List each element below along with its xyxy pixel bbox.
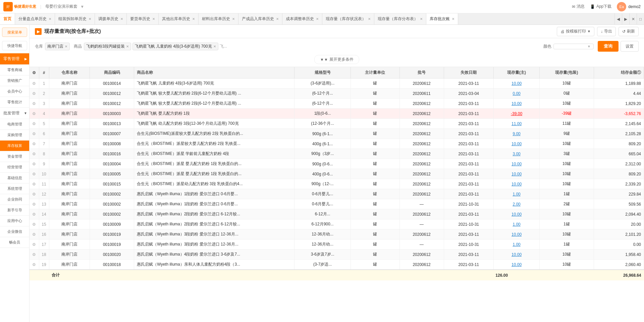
col-gear[interactable]: ⚙ <box>30 67 39 78</box>
sidebar-item-ecommerce[interactable]: 电商管理 <box>0 119 29 130</box>
cell-gear-1[interactable]: ⚙ <box>30 89 39 99</box>
print-btn[interactable]: 🖨 按模板打印 ▼ <box>557 27 594 36</box>
sidebar-item-purchase[interactable]: 采购管理 <box>0 130 29 141</box>
tab-nav-next[interactable]: ▶ <box>622 13 629 25</box>
cell-qty-main-4[interactable]: 11.00 <box>493 119 539 129</box>
tab-tiao_bo-close[interactable]: ✕ <box>120 17 123 21</box>
tab-yao_huo[interactable]: 要货单历史 ✕ <box>127 13 159 25</box>
cell-qty-main-15[interactable]: 10.00 <box>493 229 539 239</box>
color-input[interactable]: ▼ <box>553 44 594 49</box>
product-tag-1[interactable]: 飞鹤星飞帆 儿童奶粉 4段(3-6岁适用) 700克 ✕ <box>132 43 218 50</box>
sidebar-item-system[interactable]: 系统管理 <box>0 183 29 194</box>
cell-qty-main-9[interactable]: 10.00 <box>493 169 539 179</box>
cell-gear-17[interactable]: ⚙ <box>30 250 39 260</box>
sidebar-item-appcenter[interactable]: 应用中心 <box>0 216 29 226</box>
cell-gear-9[interactable]: ⚙ <box>30 169 39 179</box>
cell-qty-main-7[interactable]: 3.00 <box>493 149 539 159</box>
cell-gear-16[interactable]: ⚙ <box>30 239 39 250</box>
tab-nav-close[interactable]: ✕ <box>629 13 637 25</box>
cell-gear-14[interactable]: ⚙ <box>30 219 39 229</box>
tab-mat_out-close[interactable]: ✕ <box>232 17 235 21</box>
expand-conditions-btn[interactable]: ▼▼ 展开更多条件 <box>314 55 359 64</box>
cell-gear-12[interactable]: ⚙ <box>30 199 39 209</box>
tab-fen_pan[interactable]: 分量盘点单历史 ✕ <box>15 13 55 25</box>
cell-qty-main-10[interactable]: 10.00 <box>493 179 539 189</box>
cell-qty-main-5[interactable]: 9.00 <box>493 129 539 139</box>
sidebar-item-retail_shop[interactable]: 零售商城 <box>0 65 29 75</box>
warehouse-tag-close[interactable]: ✕ <box>65 45 67 48</box>
tab-cost_adj-close[interactable]: ✕ <box>316 17 319 21</box>
tab-zu_chai[interactable]: 组装拆卸单历史 ✕ <box>55 13 95 25</box>
cell-gear-11[interactable]: ⚙ <box>30 189 39 199</box>
tab-yao_huo-close[interactable]: ✕ <box>152 17 155 21</box>
tab-inv_status[interactable]: 现存量（库存状况表） ✕ <box>322 13 374 25</box>
tab-inv_batch-close[interactable]: ✕ <box>452 17 454 21</box>
product-tag-more[interactable]: 飞... <box>220 44 227 49</box>
tab-inv_status-close[interactable]: ✕ <box>368 17 371 21</box>
tab-inv_batch[interactable]: 库存批次账 ✕ <box>426 13 458 25</box>
cell-qty-main-0[interactable]: 10.00 <box>493 78 539 89</box>
refresh-btn[interactable]: ↺ 刷新 <box>619 27 639 36</box>
cell-gear-4[interactable]: ⚙ <box>30 119 39 129</box>
tab-inv_dist-close[interactable]: ✕ <box>420 17 423 21</box>
cell-gear-8[interactable]: ⚙ <box>30 159 39 169</box>
product-tag-1-close[interactable]: ✕ <box>213 45 216 48</box>
app-download-btn[interactable]: 📱 App下载 <box>590 4 611 9</box>
sidebar-item-retail_mgmt[interactable]: 零售管理 ▶ <box>0 53 29 65</box>
tab-prod_in[interactable]: 产成品入库单历史 ✕ <box>238 13 282 25</box>
sidebar-item-enterprise[interactable]: 企业协同 <box>0 194 29 205</box>
cell-gear-10[interactable]: ⚙ <box>30 179 39 189</box>
message-btn[interactable]: ✉ 消息 <box>572 4 585 9</box>
sidebar-item-basic[interactable]: 基础信息 <box>0 173 29 183</box>
sidebar-item-inventory[interactable]: 库存核算 <box>0 141 29 151</box>
search-menu-btn[interactable]: 搜索菜单 <box>2 28 27 37</box>
cell-qty-main-13[interactable]: 10.00 <box>493 209 539 219</box>
cell-gear-13[interactable]: ⚙ <box>30 209 39 219</box>
cell-qty-main-17[interactable]: 10.00 <box>493 250 539 260</box>
quick-nav-btn[interactable]: 快捷导航 <box>2 41 27 50</box>
tab-cost_adj[interactable]: 成本调整单历史 ✕ <box>282 13 322 25</box>
tab-mat_out[interactable]: 材料出库单历史 ✕ <box>199 13 238 25</box>
cell-gear-2[interactable]: ⚙ <box>30 99 39 109</box>
tab-fen_pan-close[interactable]: ✕ <box>49 17 51 21</box>
cell-gear-7[interactable]: ⚙ <box>30 149 39 159</box>
sidebar-item-marketing[interactable]: 营销推广 <box>0 75 29 86</box>
expand-sidebar-btn[interactable]: ▶ <box>35 28 42 35</box>
settings-btn[interactable]: 设置 <box>621 41 639 52</box>
cell-qty-main-6[interactable]: 10.00 <box>493 139 539 149</box>
cell-qty-main-18[interactable]: 10.00 <box>493 260 539 270</box>
tab-prod_in-close[interactable]: ✕ <box>276 17 279 21</box>
tab-zu_chai-close[interactable]: ✕ <box>89 17 91 21</box>
tab-tiao_bo[interactable]: 调拨单历史 ✕ <box>95 13 127 25</box>
product-tag-0-close[interactable]: ✕ <box>126 45 129 48</box>
tab-inv_dist[interactable]: 现存量（库存分布表） ✕ <box>374 13 426 25</box>
sidebar-item-corpwx[interactable]: 企业微信 <box>0 226 29 237</box>
tab-nav-prev[interactable]: ◀ <box>614 13 622 25</box>
cell-gear-15[interactable]: ⚙ <box>30 229 39 239</box>
tab-home[interactable]: 首页 <box>0 13 15 25</box>
cell-qty-main-8[interactable]: 10.00 <box>493 159 539 169</box>
tab-other_out-close[interactable]: ✕ <box>192 17 195 21</box>
cell-qty-main-12[interactable]: 2.00 <box>493 199 539 209</box>
sidebar-item-operations[interactable]: 经营管理 <box>0 162 29 173</box>
sidebar-item-retail_stats[interactable]: 零售统计 <box>0 97 29 108</box>
query-btn[interactable]: 查询 <box>598 41 619 52</box>
cell-gear-0[interactable]: ⚙ <box>30 78 39 89</box>
export-btn[interactable]: ↓ 导出 <box>597 27 616 36</box>
warehouse-tag[interactable]: 南岸门店 ✕ <box>45 43 70 50</box>
cell-qty-main-14[interactable]: 1.00 <box>493 219 539 229</box>
cell-qty-main-16[interactable]: 1.00 <box>493 239 539 250</box>
cell-qty-main-11[interactable]: 1.00 <box>493 189 539 199</box>
tab-nav-more[interactable]: □ <box>637 13 644 25</box>
product-tag-0[interactable]: 飞鹤奶粉3段丙罐提装 ✕ <box>84 43 131 50</box>
cell-qty-main-2[interactable]: 10.00 <box>493 99 539 109</box>
sidebar-item-finance[interactable]: 资金管理 <box>0 151 29 162</box>
cell-gear-6[interactable]: ⚙ <box>30 139 39 149</box>
cell-qty-main-3[interactable]: -39.00 <box>493 109 539 119</box>
cell-gear-3[interactable]: ⚙ <box>30 109 39 119</box>
sidebar-item-member[interactable]: 会员中心 <box>0 86 29 97</box>
cell-gear-18[interactable]: ⚙ <box>30 260 39 270</box>
sidebar-item-wholesale[interactable]: 批发管理 ▼ <box>0 108 29 119</box>
sidebar-item-newguide[interactable]: 新手引导 <box>0 205 29 216</box>
sidebar-item-member2[interactable]: 畅会员 <box>0 237 29 248</box>
